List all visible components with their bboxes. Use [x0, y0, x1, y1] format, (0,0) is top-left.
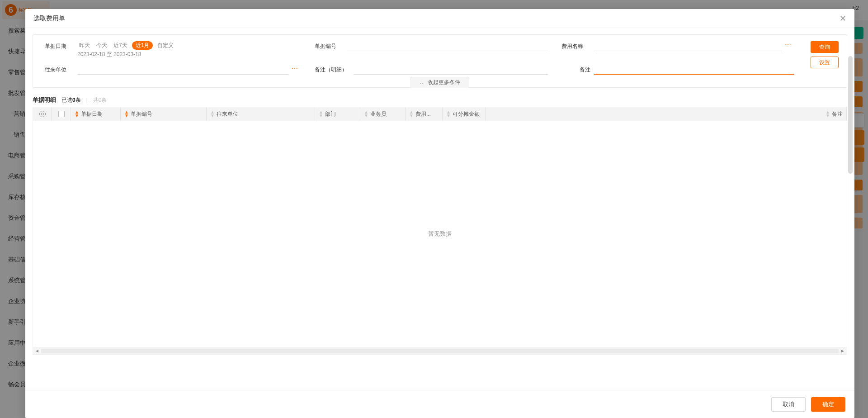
unit-input[interactable]	[77, 65, 289, 75]
sort-icon: ▲▼	[446, 110, 451, 118]
sort-icon: ▲▼	[124, 110, 129, 118]
code-input[interactable]	[347, 41, 547, 51]
col-dept[interactable]: ▲▼部门	[315, 107, 360, 121]
unit-picker-icon[interactable]: ⋯	[289, 65, 301, 72]
col-amount[interactable]: ▲▼可分摊金额	[443, 107, 486, 121]
col-date[interactable]: ▲▼单据日期	[71, 107, 121, 121]
total-count: 共0条	[93, 96, 107, 104]
col-settings[interactable]	[33, 107, 52, 121]
date-last1m[interactable]: 近1月	[132, 41, 153, 50]
fee-name-input[interactable]	[594, 41, 782, 51]
col-date-label: 单据日期	[81, 110, 103, 118]
collapse-filters[interactable]: ︿ 收起更多条件	[410, 77, 469, 88]
note-input[interactable]	[594, 65, 794, 75]
cancel-button[interactable]: 取消	[771, 397, 806, 412]
sort-icon: ▲▼	[826, 110, 830, 118]
select-expense-modal: 选取费用单 ✕ 查询 设置 单据日期 昨天 今天 近7天 近1月	[25, 9, 854, 418]
chevron-up-icon: ︿	[420, 80, 424, 85]
sort-icon: ▲▼	[364, 110, 368, 118]
filter-date: 单据日期 昨天 今天 近7天 近1月 自定义 2023-02-18 至 2023…	[45, 41, 301, 58]
filter-fee-name: 费用名称 ⋯	[561, 41, 835, 51]
fee-name-picker-icon[interactable]: ⋯	[782, 41, 794, 48]
scroll-thumb[interactable]	[848, 56, 853, 174]
modal-body: 查询 设置 单据日期 昨天 今天 近7天 近1月 自定义 2023-02-18	[25, 28, 854, 390]
filter-note: 备注	[561, 65, 835, 75]
col-checkbox[interactable]	[52, 107, 71, 121]
selected-prefix: 已选	[61, 97, 72, 103]
gear-icon	[39, 111, 46, 117]
filter-action-col: 查询 设置	[811, 41, 839, 68]
ok-button[interactable]: 确定	[811, 397, 845, 412]
scroll-right-icon[interactable]: ►	[840, 348, 846, 353]
modal-title: 选取费用单	[33, 14, 65, 23]
settings-button[interactable]: 设置	[811, 57, 839, 68]
filter-panel: 查询 设置 单据日期 昨天 今天 近7天 近1月 自定义 2023-02-18	[33, 34, 847, 88]
col-code[interactable]: ▲▼单据编号	[121, 107, 207, 121]
scroll-left-icon[interactable]: ◄	[34, 348, 40, 353]
filter-note-detail: 备注（明细）	[315, 65, 547, 75]
col-unit-label: 往来单位	[217, 110, 238, 118]
col-biz[interactable]: ▲▼业务员	[360, 107, 406, 121]
col-remark[interactable]: ▲▼备注	[486, 107, 847, 121]
modal-header: 选取费用单 ✕	[25, 9, 854, 28]
code-label: 单据编号	[315, 41, 347, 51]
date-label: 单据日期	[45, 41, 77, 51]
date-today[interactable]: 今天	[94, 41, 109, 50]
table-header: ▲▼单据日期 ▲▼单据编号 ▲▼往来单位 ▲▼部门 ▲▼业务员 ▲▼费用... …	[33, 107, 847, 121]
empty-text: 暂无数据	[428, 230, 452, 238]
sort-icon: ▲▼	[210, 110, 215, 118]
close-icon[interactable]: ✕	[840, 14, 846, 24]
section-header: 单据明细 已选0条 | 共0条	[33, 96, 847, 104]
modal-footer: 取消 确定	[25, 390, 854, 418]
date-custom[interactable]: 自定义	[156, 41, 175, 50]
col-fee[interactable]: ▲▼费用...	[406, 107, 443, 121]
sort-icon: ▲▼	[75, 110, 79, 118]
col-unit[interactable]: ▲▼往来单位	[207, 107, 315, 121]
collapse-label: 收起更多条件	[428, 79, 460, 86]
section-title-text: 单据明细	[33, 96, 56, 104]
note-label: 备注	[561, 65, 594, 75]
date-range-text: 2023-02-18 至 2023-03-18	[77, 51, 175, 58]
note-detail-label: 备注（明细）	[315, 65, 354, 75]
col-fee-label: 费用...	[415, 110, 431, 118]
col-biz-label: 业务员	[370, 110, 387, 118]
note-detail-input[interactable]	[354, 65, 547, 75]
date-last7[interactable]: 近7天	[112, 41, 129, 50]
table-body-empty: 暂无数据	[33, 121, 847, 347]
selected-count: 已选0条	[61, 96, 81, 104]
checkbox-icon	[58, 111, 65, 117]
col-remark-label: 备注	[832, 110, 843, 118]
selected-suffix: 条	[75, 97, 81, 103]
separator: |	[86, 97, 88, 103]
unit-label: 往来单位	[45, 65, 77, 75]
filter-code: 单据编号	[315, 41, 547, 51]
col-dept-label: 部门	[325, 110, 336, 118]
scroll-track[interactable]	[41, 349, 839, 353]
col-amt-label: 可分摊金额	[453, 110, 480, 118]
sort-icon: ▲▼	[409, 110, 414, 118]
result-table: ▲▼单据日期 ▲▼单据编号 ▲▼往来单位 ▲▼部门 ▲▼业务员 ▲▼费用... …	[33, 107, 847, 355]
sort-icon: ▲▼	[319, 110, 323, 118]
horizontal-scrollbar[interactable]: ◄ ►	[33, 347, 847, 354]
query-button[interactable]: 查询	[811, 41, 839, 53]
selected-number: 0	[72, 97, 75, 103]
date-yesterday[interactable]: 昨天	[77, 41, 92, 50]
col-code-label: 单据编号	[131, 110, 152, 118]
filter-unit: 往来单位 ⋯	[45, 65, 301, 75]
vertical-scrollbar[interactable]	[847, 56, 854, 358]
fee-name-label: 费用名称	[561, 41, 594, 51]
